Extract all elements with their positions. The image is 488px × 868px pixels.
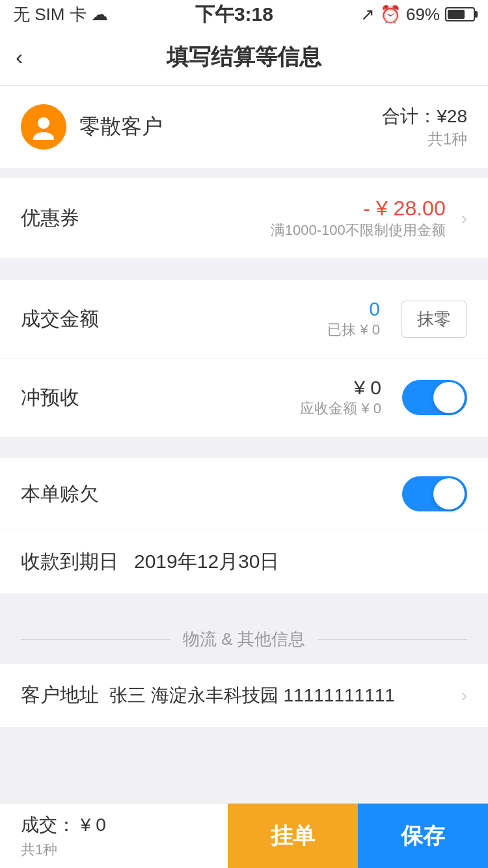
status-time: 下午3:18	[195, 1, 273, 28]
debit-row: 本单赊欠	[0, 458, 488, 530]
round-zero-button[interactable]: 抹零	[401, 301, 467, 338]
battery-icon	[445, 7, 475, 21]
address-section: 客户地址 张三 海淀永丰科技园 11111111111 ›	[0, 664, 488, 727]
back-button[interactable]: ‹	[16, 44, 23, 70]
bottom-summary: 成交： ¥ 0 共1种	[0, 813, 228, 860]
prepayment-row: 冲预收 ¥ 0 应收金额 ¥ 0	[0, 359, 488, 437]
coupon-label: 优惠券	[21, 205, 79, 232]
deal-amount-right: 0 已抹 ¥ 0 抹零	[327, 298, 467, 340]
debit-right	[402, 476, 467, 511]
prepayment-sub: 应收金额 ¥ 0	[300, 399, 381, 418]
coupon-right: - ¥ 28.00 满1000-100不限制使用金额 ›	[271, 197, 467, 240]
save-button[interactable]: 保存	[358, 804, 488, 869]
svg-point-1	[33, 132, 54, 140]
address-chevron-icon: ›	[461, 685, 467, 706]
status-bar: 无 SIM 卡 ☁ 下午3:18 ↗ ⏰ 69%	[0, 0, 488, 29]
total-count: 共1种	[382, 129, 467, 150]
hold-button[interactable]: 挂单	[228, 804, 358, 869]
alarm-icon: ⏰	[380, 5, 401, 25]
section-divider-1	[0, 269, 488, 280]
coupon-hint: 满1000-100不限制使用金额	[271, 221, 446, 240]
status-right: ↗ ⏰ 69%	[360, 5, 475, 25]
sim-label: 无 SIM 卡 ☁	[13, 3, 108, 26]
bottom-bar: 成交： ¥ 0 共1种 挂单 保存	[0, 803, 488, 868]
deal-amount-row: 成交金额 0 已抹 ¥ 0 抹零	[0, 280, 488, 359]
customer-row: 零散客户 合计：¥28 共1种	[0, 86, 488, 168]
due-date-value[interactable]: 2019年12月30日	[134, 549, 279, 575]
customer-name: 零散客户	[79, 113, 163, 141]
due-date-row: 收款到期日 2019年12月30日	[0, 530, 488, 594]
debit-label: 本单赊欠	[21, 481, 99, 508]
chevron-right-icon: ›	[461, 208, 467, 229]
deal-section: 成交金额 0 已抹 ¥ 0 抹零 冲预收 ¥ 0 应收金额 ¥ 0	[0, 280, 488, 437]
prepayment-value: ¥ 0	[300, 377, 381, 399]
address-label: 客户地址	[21, 682, 99, 709]
content-area: 零散客户 合计：¥28 共1种 优惠券 - ¥ 28.00 满1000-100不…	[0, 86, 488, 803]
location-icon: ↗	[360, 5, 375, 25]
debit-section: 本单赊欠 收款到期日 2019年12月30日	[0, 458, 488, 594]
header-line-left	[21, 639, 170, 640]
logistics-header: 物流 & 其他信息	[0, 615, 488, 664]
toggle-knob	[433, 382, 465, 413]
section-divider-3	[0, 604, 488, 615]
debit-toggle[interactable]	[402, 476, 467, 511]
customer-total: 合计：¥28 共1种	[382, 104, 467, 150]
battery-label: 69%	[406, 5, 440, 25]
deal-amount-label: 成交金额	[21, 306, 99, 332]
header-line-right	[318, 639, 467, 640]
status-left: 无 SIM 卡 ☁	[13, 3, 108, 26]
prepayment-right: ¥ 0 应收金额 ¥ 0	[300, 377, 467, 418]
prepayment-toggle[interactable]	[402, 380, 467, 415]
avatar	[21, 104, 66, 150]
svg-point-0	[38, 117, 49, 129]
section-divider-2	[0, 448, 488, 458]
logistics-header-text: 物流 & 其他信息	[183, 628, 305, 651]
coupon-row[interactable]: 优惠券 - ¥ 28.00 满1000-100不限制使用金额 ›	[0, 178, 488, 259]
bottom-deal-count: 共1种	[21, 840, 207, 860]
customer-info: 零散客户	[21, 104, 163, 150]
deal-amount-sub: 已抹 ¥ 0	[327, 320, 380, 340]
debit-toggle-knob	[433, 478, 465, 509]
coupon-discount: - ¥ 28.00	[271, 197, 446, 221]
prepayment-label: 冲预收	[21, 385, 79, 411]
due-date-label: 收款到期日	[21, 549, 118, 575]
address-value: 张三 海淀永丰科技园 11111111111	[109, 683, 456, 708]
total-amount: 合计：¥28	[382, 104, 467, 129]
page-title: 填写结算等信息	[167, 42, 321, 72]
deal-amount-value[interactable]: 0	[327, 298, 380, 320]
coupon-section: 优惠券 - ¥ 28.00 满1000-100不限制使用金额 ›	[0, 178, 488, 259]
address-row[interactable]: 客户地址 张三 海淀永丰科技园 11111111111 ›	[0, 664, 488, 727]
bottom-deal-amount: 成交： ¥ 0	[21, 813, 207, 837]
nav-bar: ‹ 填写结算等信息	[0, 29, 488, 86]
